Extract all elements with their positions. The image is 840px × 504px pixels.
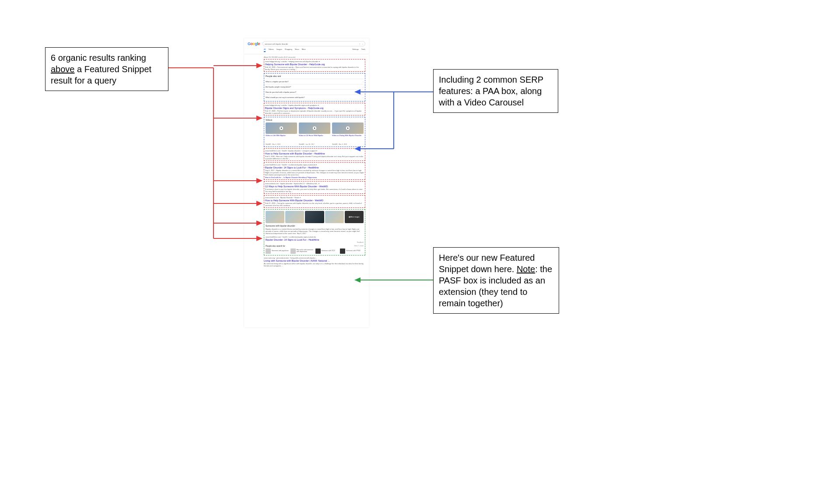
paa-title: People also ask bbox=[266, 75, 364, 77]
pasf-item[interactable]: Someone with OCD bbox=[315, 248, 339, 254]
annotation-right-top: Including 2 common SERP features: a PAA … bbox=[433, 69, 558, 113]
videos-title: Videos bbox=[266, 119, 364, 121]
organic-result-1[interactable]: www.helpguide.org › articles › helping-s… bbox=[264, 59, 365, 72]
play-icon bbox=[346, 126, 350, 130]
annotation-right-bottom: Here's our new Featured Snippet down her… bbox=[433, 247, 559, 314]
video-card[interactable]: Video on Dating With Bipolar DisorderWeb… bbox=[332, 122, 364, 145]
paa-question[interactable]: How do you deal with a bipolar person?⌄ bbox=[266, 89, 364, 94]
tab-settings[interactable]: Settings bbox=[352, 48, 358, 52]
pasf-item[interactable]: Someone with PTSD bbox=[340, 248, 364, 254]
organic-result-5[interactable]: www.webmd.com › bipolar-disorder › bipol… bbox=[264, 181, 365, 194]
tab-more[interactable]: More bbox=[302, 48, 306, 52]
video-card[interactable]: Video on 24 Hours With BipolarWebMD · Ju… bbox=[299, 122, 330, 145]
video-carousel: Videos Video on Life With BipolarWebMD ·… bbox=[264, 117, 365, 147]
pasf-more[interactable]: View 7+ more bbox=[354, 245, 364, 247]
play-icon bbox=[280, 126, 283, 130]
fs-source-title[interactable]: Bipolar Disorder: 14 Signs to Look For -… bbox=[266, 238, 364, 241]
paa-box: People also ask What is a bipolar person… bbox=[264, 73, 365, 102]
pasf-item[interactable]: Someone with psychosis bbox=[266, 248, 289, 254]
fs-text: Bipolar disorder is a mental illness mar… bbox=[266, 228, 364, 234]
paa-question[interactable]: Are bipolar people manipulative?⌄ bbox=[266, 84, 364, 89]
search-box[interactable]: someone with bipolar disorder ⋮ ⌕ bbox=[262, 41, 365, 46]
tab-videos[interactable]: Videos bbox=[268, 48, 273, 52]
video-card[interactable]: Video on Life With BipolarWebMD · Mar 3,… bbox=[266, 122, 297, 145]
organic-result-7[interactable]: www.nami.org › personal-stories › living… bbox=[264, 257, 365, 267]
google-logo: Google bbox=[248, 42, 260, 46]
pasf-title: People also search for bbox=[266, 245, 285, 247]
fs-more-images[interactable]: ▦ More images bbox=[345, 211, 364, 223]
fs-image[interactable] bbox=[285, 211, 304, 223]
fs-image[interactable] bbox=[325, 211, 344, 223]
organic-result-3[interactable]: www.healthline.com › health › bipolar-di… bbox=[264, 148, 365, 161]
chevron-down-icon: ⌄ bbox=[362, 96, 364, 98]
serp-screenshot: Google someone with bipolar disorder ⋮ ⌕… bbox=[244, 38, 369, 327]
featured-snippet: ▦ More images Someone with bipolar disor… bbox=[264, 209, 365, 256]
pasf-item[interactable]: How to be with someone with depression bbox=[290, 248, 314, 254]
play-icon bbox=[313, 126, 316, 130]
fs-image[interactable] bbox=[266, 211, 284, 223]
paa-question[interactable]: What is a bipolar person like?⌄ bbox=[266, 79, 364, 84]
annotation-left: 6 organic results ranking above a Featur… bbox=[45, 47, 168, 91]
tab-shopping[interactable]: Shopping bbox=[285, 48, 292, 52]
chevron-down-icon: ⌄ bbox=[362, 80, 364, 83]
chevron-down-icon: ⌄ bbox=[362, 86, 364, 88]
fs-image[interactable] bbox=[305, 211, 324, 223]
chevron-down-icon: ⌄ bbox=[362, 91, 364, 93]
organic-result-6[interactable]: www.webmd.com › Bipolar Disorder › Guide… bbox=[264, 195, 365, 208]
tab-tools[interactable]: Tools bbox=[361, 48, 365, 52]
search-tabs: AllVideosImagesShoppingNewsMoreSettingsT… bbox=[244, 47, 369, 54]
search-query-text: someone with bipolar disorder bbox=[265, 43, 288, 45]
paa-question[interactable]: What should you not say to someone with … bbox=[266, 94, 364, 100]
mic-icon[interactable]: ⋮ bbox=[359, 43, 360, 45]
organic-result-4[interactable]: www.healthline.com › health › could-it-b… bbox=[264, 162, 365, 180]
tab-news[interactable]: News bbox=[295, 48, 299, 52]
search-icon[interactable]: ⌕ bbox=[362, 43, 363, 45]
organic-result-2[interactable]: www.helpguide.org › articles › bipolar-d… bbox=[264, 103, 365, 116]
fs-source-url: www.healthline.com › health › could-it-b… bbox=[266, 236, 364, 238]
fs-heading: Someone with bipolar disorder bbox=[266, 224, 364, 227]
tab-images[interactable]: Images bbox=[276, 48, 282, 52]
tab-all[interactable]: All bbox=[264, 48, 266, 52]
result-stats: About 65,700,000 results (0.42 seconds) bbox=[264, 56, 365, 58]
